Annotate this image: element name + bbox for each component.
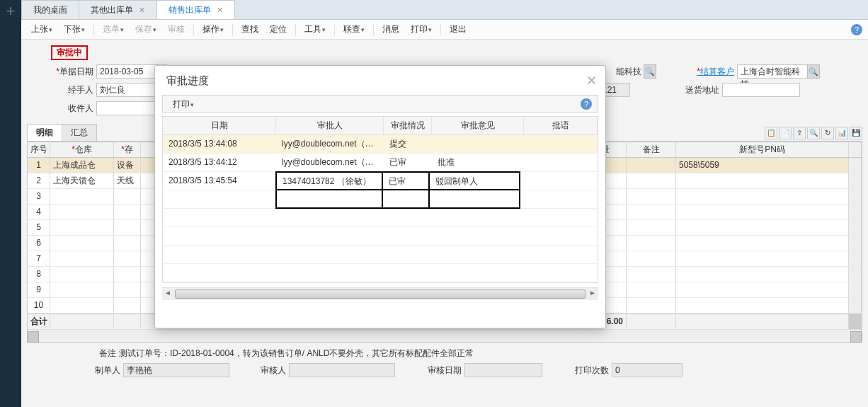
search-icon[interactable]: 🔍 [644,64,656,79]
save-layout-icon[interactable]: 💾 [850,127,862,139]
main-toolbar: 上张▾ 下张▾ 选单▾ 保存▾ 审核 操作▾ 查找 定位 工具▾ 联查▾ 消息 … [21,20,868,40]
cell-pn[interactable] [676,173,849,188]
modal-print[interactable]: 打印▾ [169,97,198,112]
cell-warehouse[interactable]: 上海成品仓 [50,158,114,173]
print-count-field: 0 [612,363,683,377]
tb-prev[interactable]: 上张▾ [27,22,57,37]
tb-locate[interactable]: 定位 [265,22,291,37]
paste-icon[interactable]: 📄 [779,127,792,139]
maker-field: 李艳艳 [123,363,229,377]
remark-value: 测试订单号：ID-2018-01-0004，转为该销售订单/ ANLD不要外壳，… [119,348,474,360]
tb-exit[interactable]: 退出 [445,22,471,37]
tab-other-outbound[interactable]: 其他出库单✕ [79,0,157,19]
search-icon[interactable]: 🔍 [807,64,820,79]
tab-sales-outbound[interactable]: 销售出库单✕ [156,0,235,19]
col-seq[interactable]: 序号 [28,142,50,157]
cell-opinion: 驳回制单人 [428,171,520,190]
maker-label: 制单人 [92,365,120,377]
tb-print[interactable]: 打印▾ [406,22,436,37]
approval-row-empty [163,209,598,227]
cell-opinion [432,135,524,153]
approval-row-empty [163,227,598,246]
approval-row-empty [163,246,598,264]
settle-customer-label[interactable]: 结算客户 [692,66,734,78]
tab-close-icon[interactable]: ✕ [217,6,223,14]
recipient-label: 收件人 [51,103,93,115]
tab-close-icon[interactable]: ✕ [139,6,145,14]
refresh-icon[interactable]: ↻ [821,127,834,139]
approval-row[interactable]: 2018/3/5 13:44:08lyy@doublecom.net（…提交 [163,135,598,154]
scroll-down-icon[interactable] [849,314,862,329]
help-icon[interactable]: ? [581,98,592,110]
col-pn[interactable]: 新型号PN码 [676,142,849,157]
col-opinion[interactable]: 审批意见 [432,117,524,134]
modal-title: 审批进度 [166,74,209,86]
caret-icon: ▾ [153,26,156,33]
tb-tools[interactable]: 工具▾ [300,22,330,37]
grid-hscrollbar[interactable] [28,329,862,342]
tb-select[interactable]: 选单▾ [98,22,128,37]
caret-icon: ▾ [190,101,194,108]
grid-tab-summary[interactable]: 汇总 [62,124,97,141]
modal-hscrollbar[interactable] [162,287,598,300]
tb-next[interactable]: 下张▾ [59,22,89,37]
col-warehouse[interactable]: 仓库 [50,142,114,157]
caret-icon: ▾ [361,26,365,33]
col-status[interactable]: 审批情况 [384,117,432,134]
cell-status: 已审 [384,154,432,171]
copy-icon[interactable]: 📋 [765,127,777,139]
approval-row-empty [163,264,598,282]
audit-date-field [464,363,542,377]
print-count-label: 打印次数 [571,365,609,377]
cell-warehouse[interactable]: 上海天馈仓 [50,173,114,188]
approval-status-badge: 审批中 [51,45,88,60]
chart-icon[interactable]: 📊 [835,127,848,139]
cell-stock[interactable]: 天线 [114,173,141,188]
tb-audit: 审核 [164,22,189,37]
tb-message[interactable]: 消息 [378,22,404,37]
audit-date-label: 审核日期 [423,365,462,377]
approval-row[interactable]: 2018/3/5 13:45:5413474013782 （徐敏）已审驳回制单人 [163,172,598,190]
tab-label: 我的桌面 [33,5,67,15]
ship-addr-field[interactable] [722,83,800,97]
cell-date: 2018/3/5 13:44:08 [163,135,276,153]
help-icon[interactable]: ? [851,24,862,35]
zoom-icon[interactable]: 🔍 [807,127,820,139]
new-window-button[interactable]: + [0,0,21,25]
export-icon[interactable]: ⇪ [793,127,806,139]
cell-opinion: 批准 [432,154,524,171]
approval-row[interactable]: 2018/3/5 13:44:12lyy@doublecom.net（…已审批准 [163,154,598,172]
cell-comment [524,135,598,153]
total-label: 合计 [28,314,50,329]
modal-toolbar: 打印▾ ? [162,95,598,113]
ship-addr-label: 送货地址 [677,84,719,96]
caret-icon: ▾ [120,26,124,33]
tab-label: 销售出库单 [169,5,211,15]
col-comment[interactable]: 批语 [524,117,598,134]
col-date[interactable]: 日期 [163,117,276,134]
tb-find[interactable]: 查找 [237,22,263,37]
auditor-label: 审核人 [258,365,286,377]
remark-label: 备注 [92,348,116,360]
handler-label: 经手人 [51,84,93,96]
caret-icon: ▾ [81,26,85,33]
footer-form: 备注 测试订单号：ID-2018-01-0004，转为该销售订单/ ANLD不要… [21,343,868,382]
doc-tabs: 我的桌面 其他出库单✕ 销售出库单✕ [21,0,868,20]
settle-customer-field[interactable]: 上海合时智能科技 [737,64,808,79]
auditor-field [289,363,395,377]
tb-operate[interactable]: 操作▾ [198,22,228,37]
grid-tab-detail[interactable]: 明细 [27,124,62,141]
caret-icon: ▾ [49,26,52,33]
modal-close-icon[interactable]: ✕ [586,73,597,88]
approval-grid: 日期 审批人 审批情况 审批意见 批语 2018/3/5 13:44:08lyy… [162,116,598,283]
cell-pn[interactable]: 5058\5059 [676,158,849,173]
tb-linkquery[interactable]: 联查▾ [339,22,369,37]
approval-progress-modal: 审批进度 ✕ 打印▾ ? 日期 审批人 审批情况 审批意见 批语 2018/3/… [154,65,606,328]
col-stock[interactable]: 存 [114,142,141,157]
col-approver[interactable]: 审批人 [276,117,384,134]
approval-grid-header: 日期 审批人 审批情况 审批意见 批语 [163,117,598,135]
tab-desktop[interactable]: 我的桌面 [21,0,79,19]
cell-stock[interactable]: 设备 [114,158,141,173]
col-note[interactable]: 备注 [627,142,676,157]
grid-toolbar-icons: 📋 📄 ⇪ 🔍 ↻ 📊 💾 [765,127,862,141]
